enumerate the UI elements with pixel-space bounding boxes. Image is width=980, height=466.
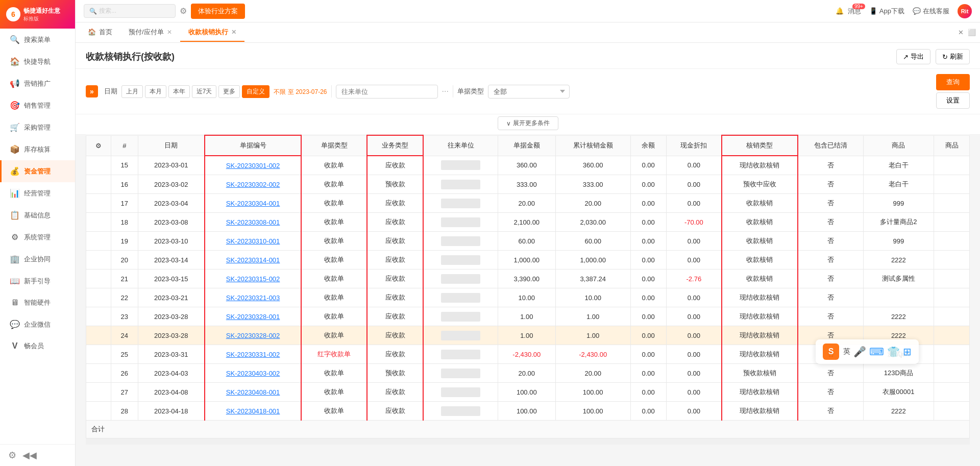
sidebar-item-inventory[interactable]: 📦 库存核算 — [0, 138, 75, 160]
table-row[interactable]: 182023-03-08SK-20230308-001收款单应收款████2,1… — [86, 213, 970, 232]
date-btn-7days[interactable]: 近7天 — [192, 85, 217, 98]
bell-icon: 🔔 — [836, 7, 844, 15]
date-btn-this-month[interactable]: 本月 — [145, 85, 166, 98]
topbar-search-icon: 🔍 — [89, 8, 97, 15]
doc-no-link[interactable]: SK-20230310-001 — [226, 237, 280, 245]
th-partner: 往来单位 — [423, 135, 498, 156]
doc-no-link[interactable]: SK-20230408-001 — [226, 388, 280, 396]
sidebar-item-hardware[interactable]: 🖥 智能硬件 — [0, 292, 75, 313]
th-date: 日期 — [138, 135, 205, 156]
table-footer: 合计 — [86, 421, 970, 438]
collapse-icon[interactable]: ◀◀ — [22, 450, 37, 461]
table-row[interactable]: 192023-03-10SK-20230310-001收款单应收款████60.… — [86, 232, 970, 251]
tab-close-all-icon[interactable]: ✕ — [958, 29, 964, 36]
sidebar-item-system[interactable]: ⚙ 系统管理 — [0, 226, 75, 248]
doc-no-link[interactable]: SK-20230328-002 — [226, 332, 280, 339]
date-btn-this-year[interactable]: 本年 — [168, 85, 190, 98]
tab-expand-icon[interactable]: ⬜ — [968, 29, 976, 36]
th-balance: 余额 — [630, 135, 666, 156]
table-row[interactable]: 282023-04-18SK-20230418-001收款单应收款████100… — [86, 402, 970, 421]
notification-icon[interactable]: 🔔 99+ 消息 — [836, 7, 861, 16]
tab-prepay[interactable]: 预付/应付单 ✕ — [120, 23, 180, 42]
doc-no-link[interactable]: SK-20230308-001 — [226, 218, 280, 226]
doc-no-link[interactable]: SK-20230331-002 — [226, 351, 280, 358]
topbar-gear-icon[interactable]: ⚙ — [180, 6, 187, 16]
table-row[interactable]: 152023-03-01SK-20230301-002收款单应收款████360… — [86, 156, 970, 175]
online-service[interactable]: 💬 在线客服 — [913, 7, 949, 16]
th-settings[interactable]: ⚙ — [86, 135, 111, 156]
expand-more-button[interactable]: ∨ 展开更多条件 — [498, 116, 558, 130]
sidebar-item-finance[interactable]: 💰 资金管理 — [0, 160, 75, 182]
business-icon: 📊 — [10, 188, 20, 198]
sidebar-logo: 6 畅捷通好生意 标推版 — [0, 0, 75, 29]
doc-no-link[interactable]: SK-20230314-001 — [226, 256, 280, 264]
table-row[interactable]: 242023-03-28SK-20230328-002收款单应收款████1.0… — [86, 326, 970, 345]
sidebar-item-wechat[interactable]: 💬 企业微信 — [0, 313, 75, 335]
sidebar-item-quicknav[interactable]: 🏠 快捷导航 — [0, 51, 75, 72]
table-row[interactable]: 222023-03-21SK-20230321-003收款单应收款████10.… — [86, 288, 970, 307]
logo-text: 畅捷通好生意 — [23, 7, 60, 15]
user-avatar[interactable]: Rit — [958, 4, 972, 18]
corp-icon: 🏢 — [10, 254, 20, 264]
industry-solution-button[interactable]: 体验行业方案 — [191, 4, 245, 19]
doc-no-link[interactable]: SK-20230328-001 — [226, 313, 280, 321]
date-btn-last-month[interactable]: 上月 — [121, 85, 143, 98]
filter-expand-button[interactable]: » — [86, 85, 98, 97]
doc-no-link[interactable]: SK-20230418-001 — [226, 407, 280, 415]
table-body: 152023-03-01SK-20230301-002收款单应收款████360… — [86, 156, 970, 421]
table-area[interactable]: ⚙ # 日期 单据编号 单据类型 业务类型 往来单位 单据金额 累计核销金额 余… — [76, 135, 980, 466]
query-button[interactable]: 查询 — [936, 74, 970, 90]
tab-prepay-close[interactable]: ✕ — [167, 29, 172, 36]
marketing-icon: 📢 — [10, 79, 20, 88]
th-amount: 单据金额 — [498, 135, 555, 156]
date-buttons: 上月 本月 本年 近7天 更多 自定义 — [121, 85, 270, 98]
doc-no-link[interactable]: SK-20230403-002 — [226, 370, 280, 377]
th-settle-type: 核销类型 — [722, 135, 798, 156]
table-row[interactable]: 172023-03-04SK-20230304-001收款单应收款████20.… — [86, 194, 970, 213]
sidebar-item-corp[interactable]: 🏢 企业协同 — [0, 248, 75, 270]
tab-reconcile-close[interactable]: ✕ — [231, 29, 236, 36]
data-table: ⚙ # 日期 单据编号 单据类型 业务类型 往来单位 单据金额 累计核销金额 余… — [86, 135, 970, 421]
wechat-icon: 💬 — [10, 320, 20, 329]
sidebar-item-guide[interactable]: 📖 新手引导 — [0, 270, 75, 292]
sidebar-item-marketing[interactable]: 📢 营销推广 — [0, 72, 75, 94]
sidebar-item-sales[interactable]: 🎯 销售管理 — [0, 94, 75, 116]
table-row[interactable]: 212023-03-15SK-20230315-002收款单应收款████3,3… — [86, 269, 970, 288]
tab-reconcile[interactable]: 收款核销执行 ✕ — [180, 23, 244, 42]
logo-icon: 6 — [6, 7, 20, 21]
sidebar-item-search[interactable]: 🔍 搜索菜单 — [0, 29, 75, 51]
sidebar-item-member[interactable]: V 畅会员 — [0, 335, 75, 357]
partner-filter-dots[interactable]: ··· — [442, 87, 449, 96]
setting-button[interactable]: 设置 — [936, 92, 970, 109]
app-download[interactable]: 📱 App下载 — [869, 7, 904, 16]
settings-bottom-icon[interactable]: ⚙ — [8, 450, 16, 461]
doc-no-link[interactable]: SK-20230315-002 — [226, 275, 280, 283]
doc-no-link[interactable]: SK-20230321-003 — [226, 294, 280, 302]
table-row[interactable]: 262023-04-03SK-20230403-002收款单预收款████20.… — [86, 364, 970, 383]
doc-no-link[interactable]: SK-20230304-001 — [226, 200, 280, 207]
horizontal-scrollbar[interactable] — [86, 438, 970, 445]
table-row[interactable]: 232023-03-28SK-20230328-001收款单应收款████1.0… — [86, 307, 970, 326]
th-doc-no: 单据编号 — [205, 135, 301, 156]
refresh-button[interactable]: ↻ 刷新 — [936, 49, 970, 64]
table-row[interactable]: 162023-03-02SK-20230302-002收款单预收款████333… — [86, 175, 970, 194]
export-button[interactable]: ↗ 导出 — [896, 49, 930, 64]
th-include-settled: 包含已结清 — [798, 135, 863, 156]
sidebar-item-business[interactable]: 📊 经营管理 — [0, 182, 75, 204]
date-btn-custom[interactable]: 自定义 — [242, 85, 270, 98]
home-tab-icon: 🏠 — [88, 28, 96, 36]
table-row[interactable]: 252023-03-31SK-20230331-002红字收款单应收款████-… — [86, 345, 970, 364]
refresh-icon: ↻ — [942, 53, 948, 61]
sidebar-item-purchase[interactable]: 🛒 采购管理 — [0, 116, 75, 138]
table-row[interactable]: 202023-03-14SK-20230314-001收款单应收款████1,0… — [86, 251, 970, 269]
doc-no-link[interactable]: SK-20230302-002 — [226, 181, 280, 188]
logo-sub: 标推版 — [23, 15, 60, 22]
topbar-search-placeholder: 搜索... — [99, 7, 116, 15]
date-btn-more[interactable]: 更多 — [218, 85, 240, 98]
doc-type-select[interactable]: 全部 收款单 红字收款单 — [488, 85, 570, 99]
sidebar-item-basic[interactable]: 📋 基础信息 — [0, 204, 75, 226]
table-row[interactable]: 272023-04-08SK-20230408-001收款单应收款████100… — [86, 383, 970, 402]
tab-home[interactable]: 🏠 首页 — [80, 23, 120, 42]
partner-filter-input[interactable] — [336, 85, 438, 99]
doc-no-link[interactable]: SK-20230301-002 — [226, 162, 280, 169]
